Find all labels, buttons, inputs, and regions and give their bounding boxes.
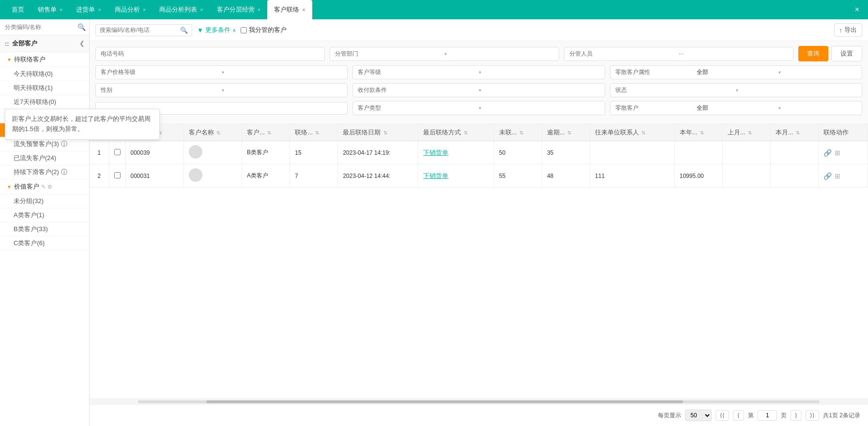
nav-product-analysis-close[interactable]: ×	[143, 7, 146, 13]
search-box: 🔍	[95, 24, 192, 36]
nav-customer-tier-close[interactable]: ×	[258, 7, 260, 13]
nav-customer-contact[interactable]: 客户联络 ×	[267, 0, 312, 19]
filter-customer-level[interactable]: 客户等级 ▾	[352, 65, 605, 79]
next-page-btn[interactable]: ⟩	[791, 410, 802, 421]
th-year-amount[interactable]: 本年... ⇅	[674, 124, 722, 141]
nav-purchase[interactable]: 进货单 ×	[69, 0, 107, 19]
dept-dropdown-icon: ▾	[444, 51, 554, 57]
cell-contact-person: 111	[590, 164, 675, 188]
cell-last-method[interactable]: 下销货单	[418, 164, 494, 188]
nav-product-list[interactable]: 商品分析列表 ×	[152, 0, 210, 19]
cell-uncontacted: 50	[494, 141, 542, 164]
table-row: 2000031A类客户72023-04-12 14:44:下销货单5548111…	[90, 164, 868, 188]
sidebar-group-pending[interactable]: ▼ 待联络客户	[0, 52, 89, 67]
th-contact-person[interactable]: 往来单位联系人 ⇅	[590, 124, 675, 141]
sidebar-item-tomorrow[interactable]: 明天待联络(1)	[0, 81, 89, 95]
action-grid-icon[interactable]: ⊞	[835, 172, 840, 180]
sidebar-item-class-c[interactable]: C类客户(6)	[0, 236, 89, 250]
filter-customer-type[interactable]: 客户类型 ▾	[352, 101, 605, 115]
customer-level-dropdown-icon: ▾	[479, 70, 600, 75]
sidebar-item-class-a[interactable]: A类客户(1)	[0, 208, 89, 222]
sidebar-edit-icon[interactable]: ✎	[41, 184, 46, 190]
window-close[interactable]: ×	[851, 5, 863, 14]
this-month-sort-icon: ⇅	[796, 130, 800, 135]
export-button[interactable]: ↑ 导出	[834, 23, 863, 37]
horizontal-scrollbar[interactable]	[90, 398, 868, 404]
status-dropdown-icon: ▾	[736, 88, 857, 93]
nav-home[interactable]: 首页	[5, 0, 31, 19]
nav-customer-tier[interactable]: 客户分层经营 ×	[210, 0, 267, 19]
prev-page-btn[interactable]: ⟨	[733, 410, 744, 421]
filter-status[interactable]: 状态 ▾	[610, 83, 862, 97]
overdue-sort-icon: ⇅	[567, 130, 571, 135]
my-customers-checkbox[interactable]	[241, 27, 247, 33]
contact-count-sort-icon: ⇅	[315, 130, 319, 135]
more-conditions-btn[interactable]: ▼ 更多条件 ∧	[197, 26, 236, 34]
my-customers-checkbox-label[interactable]: 我分管的客户	[241, 26, 287, 34]
th-level[interactable]: 客户... ⇅	[242, 124, 290, 141]
retail-customer-dropdown-icon: ▾	[778, 105, 857, 111]
th-contact-count[interactable]: 联络... ⇅	[290, 124, 338, 141]
sidebar-item-7days[interactable]: 近7天待联络(0)	[0, 95, 89, 109]
cell-last-method[interactable]: 下销货单	[418, 141, 494, 164]
th-last-month[interactable]: 上月... ⇅	[722, 124, 770, 141]
row-checkbox[interactable]	[114, 172, 121, 178]
th-this-month[interactable]: 本月... ⇅	[771, 124, 819, 141]
scrollbar-track	[138, 400, 820, 403]
filter-search-icon[interactable]: 🔍	[180, 27, 188, 34]
page-unit: 页	[781, 411, 787, 420]
search-input[interactable]	[100, 27, 180, 33]
data-table: ⚙ 客户编码 ⇅ 客户名称 ⇅ 客户...	[90, 124, 868, 188]
set-button[interactable]: 设置	[831, 46, 862, 61]
page-input[interactable]	[758, 410, 777, 421]
sidebar-search-icon[interactable]: 🔍	[77, 23, 86, 31]
filter-retail-customer[interactable]: 零散客户 全部 ▾	[610, 101, 862, 115]
cell-overdue: 48	[542, 164, 590, 188]
last-month-sort-icon: ⇅	[748, 130, 752, 135]
sidebar-item-class-b[interactable]: B类客户(33)	[0, 222, 89, 236]
action-grid-icon[interactable]: ⊞	[835, 149, 840, 157]
th-name[interactable]: 客户名称 ⇅	[183, 124, 242, 141]
sidebar-search-input[interactable]	[5, 24, 77, 30]
nav-product-analysis[interactable]: 商品分析 ×	[108, 0, 152, 19]
action-link-icon[interactable]: 🔗	[823, 149, 832, 157]
filter-price-level[interactable]: 客户价格等级 ▾	[95, 65, 348, 79]
nav-product-list-close[interactable]: ×	[200, 7, 203, 13]
th-uncontacted[interactable]: 未联... ⇅	[494, 124, 542, 141]
cell-check[interactable]	[109, 141, 125, 164]
cell-level: B类客户	[242, 141, 290, 164]
sidebar-collapse-icon[interactable]: ❮	[79, 40, 84, 47]
last-page-btn[interactable]: ⟩⟩	[806, 410, 819, 421]
nav-customer-contact-close[interactable]: ×	[302, 7, 305, 13]
manager-more-icon[interactable]: ···	[679, 50, 788, 57]
filter-dept[interactable]: 分管部门 ▾	[330, 47, 559, 61]
filter-gender[interactable]: 性别 ▾	[95, 83, 348, 97]
nav-purchase-close[interactable]: ×	[98, 7, 101, 13]
cell-check[interactable]	[109, 164, 125, 188]
last-method-link[interactable]: 下销货单	[423, 172, 448, 179]
th-last-date[interactable]: 最后联络日期 ⇅	[338, 124, 418, 141]
first-page-btn[interactable]: ⟨⟨	[716, 410, 729, 421]
sidebar: 🔍 :: 全部客户 ❮ ▼ 待联络客户 今天待联络(0) 明天待联络(1) 近7…	[0, 19, 90, 426]
sidebar-all-customers[interactable]: :: 全部客户 ❮	[0, 35, 89, 52]
last-method-link[interactable]: 下销货单	[423, 149, 448, 156]
sidebar-item-today[interactable]: 今天待联络(0)	[0, 67, 89, 81]
filter-retail-attr[interactable]: 零散客户属性 全部 ▾	[610, 65, 862, 79]
filter-payment[interactable]: 收付款条件 ▾	[352, 83, 605, 97]
th-last-method[interactable]: 最后联络方式 ⇅	[418, 124, 494, 141]
sidebar-item-declining[interactable]: 持续下滑客户(2) ⓘ	[0, 165, 89, 179]
action-link-icon[interactable]: 🔗	[823, 172, 832, 180]
sidebar-group-value[interactable]: ▼ 价值客户 ✎ ⚙	[0, 179, 89, 194]
sidebar-item-ungrouped[interactable]: 未分组(32)	[0, 194, 89, 208]
th-overdue[interactable]: 逾期... ⇅	[542, 124, 590, 141]
page-size-select[interactable]: 50 100 200	[685, 410, 712, 421]
scrollbar-thumb[interactable]	[206, 400, 684, 403]
nav-sales[interactable]: 销售单 ×	[31, 0, 69, 19]
filter-phone[interactable]: 电话号码	[95, 47, 325, 61]
sidebar-item-churned[interactable]: 已流失客户(24)	[0, 151, 89, 165]
nav-sales-close[interactable]: ×	[60, 7, 62, 13]
sidebar-settings-icon[interactable]: ⚙	[47, 184, 52, 190]
query-button[interactable]: 查询	[798, 46, 828, 61]
row-checkbox[interactable]	[114, 149, 121, 155]
filter-manager[interactable]: 分管人员 ···	[564, 47, 793, 61]
